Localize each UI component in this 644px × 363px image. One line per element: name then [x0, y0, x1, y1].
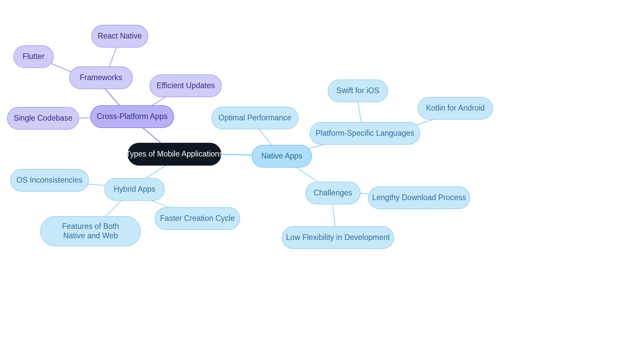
node-label: Faster Creation Cycle [160, 214, 234, 223]
node-label: Frameworks [80, 73, 122, 82]
node-label: React Native [98, 32, 142, 41]
svg-line-13 [332, 201, 335, 228]
node-label: Flutter [22, 52, 44, 61]
node-label: Low Flexibility in Development [286, 233, 390, 242]
node-challenges: Challenges [305, 182, 361, 204]
node-optimal-performance: Optimal Performance [211, 107, 299, 129]
mindmap-canvas: Types of Mobile Applications Cross-Platf… [0, 0, 644, 363]
node-efficient-updates: Efficient Updates [150, 74, 222, 97]
node-label: Single Codebase [14, 114, 72, 123]
node-label: Lengthy Download Process [372, 193, 466, 202]
node-label: Features of Both Native and Web [50, 222, 131, 240]
root-node: Types of Mobile Applications [127, 143, 221, 166]
node-label: Optimal Performance [218, 113, 291, 123]
node-label: OS Inconsistencies [16, 176, 83, 185]
node-platform-languages: Platform-Specific Languages [310, 122, 420, 145]
node-hybrid-apps: Hybrid Apps [104, 178, 165, 201]
node-swift: Swift for iOS [328, 79, 388, 102]
node-label: Native Apps [261, 152, 303, 161]
node-single-codebase: Single Codebase [7, 107, 79, 130]
node-label: Hybrid Apps [114, 185, 155, 194]
node-label: Challenges [314, 188, 352, 198]
root-label: Types of Mobile Applications [126, 149, 223, 159]
node-features-both: Features of Both Native and Web [40, 216, 141, 246]
node-lengthy-download: Lengthy Download Process [368, 186, 470, 209]
node-label: Cross-Platform Apps [97, 112, 168, 121]
node-low-flexibility: Low Flexibility in Development [282, 226, 394, 249]
node-flutter: Flutter [13, 45, 54, 68]
node-label: Swift for iOS [336, 86, 379, 96]
node-label: Platform-Specific Languages [316, 129, 414, 138]
node-kotlin: Kotlin for Android [418, 97, 493, 120]
node-faster-creation: Faster Creation Cycle [155, 207, 240, 230]
node-label: Efficient Updates [157, 81, 215, 90]
node-react-native: React Native [91, 25, 148, 48]
node-frameworks: Frameworks [69, 66, 133, 89]
node-cross-platform: Cross-Platform Apps [90, 105, 174, 128]
node-os-inconsistencies: OS Inconsistencies [10, 169, 89, 192]
node-label: Kotlin for Android [426, 104, 485, 113]
node-native-apps: Native Apps [252, 145, 312, 168]
